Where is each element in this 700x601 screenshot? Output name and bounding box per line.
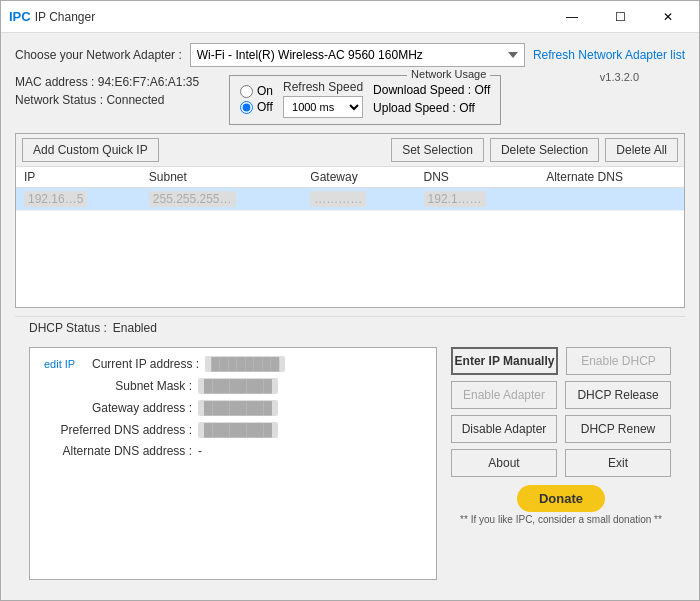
enter-ip-manually-button[interactable]: Enter IP Manually bbox=[451, 347, 558, 375]
dhcp-status-bar: DHCP Status : Enabled bbox=[15, 316, 685, 339]
add-custom-ip-button[interactable]: Add Custom Quick IP bbox=[22, 138, 159, 162]
ip-info-box: edit IP Current IP address : ████████ Su… bbox=[29, 347, 437, 580]
alt-dns-label: Alternate DNS address : bbox=[44, 444, 192, 458]
adapter-section: Choose your Network Adapter : Wi-Fi - In… bbox=[15, 43, 685, 67]
network-status-info: Network Status : Connected bbox=[15, 93, 215, 107]
download-speed: Download Speed : Off bbox=[373, 83, 490, 97]
network-status-value: Connected bbox=[106, 93, 164, 107]
mac-value: 94:E6:F7:A6:A1:35 bbox=[98, 75, 199, 89]
donate-button[interactable]: Donate bbox=[517, 485, 605, 512]
col-subnet: Subnet bbox=[141, 167, 303, 188]
cell-gateway: ………… bbox=[302, 188, 415, 211]
edit-ip-link[interactable]: edit IP bbox=[44, 358, 75, 370]
cell-subnet: 255.255.255… bbox=[141, 188, 303, 211]
action-row-1: Enter IP Manually Enable DHCP bbox=[451, 347, 671, 375]
set-selection-button[interactable]: Set Selection bbox=[391, 138, 484, 162]
cell-dns: 192.1…… bbox=[416, 188, 539, 211]
alt-dns-value: - bbox=[198, 444, 202, 458]
col-alt-dns: Alternate DNS bbox=[538, 167, 684, 188]
version-label: v1.3.2.0 bbox=[600, 71, 639, 83]
bottom-section: edit IP Current IP address : ████████ Su… bbox=[15, 347, 685, 590]
alt-dns-row: Alternate DNS address : - bbox=[44, 444, 422, 458]
close-button[interactable]: ✕ bbox=[645, 1, 691, 33]
upload-speed: Upload Speed : Off bbox=[373, 101, 490, 115]
gateway-row: Gateway address : ████████ bbox=[44, 400, 422, 416]
network-status-label: Network Status : bbox=[15, 93, 103, 107]
off-label: Off bbox=[257, 100, 273, 114]
mac-label: MAC address : bbox=[15, 75, 94, 89]
adapter-select[interactable]: Wi-Fi - Intel(R) Wireless-AC 9560 160MHz bbox=[190, 43, 525, 67]
current-ip-row: edit IP Current IP address : ████████ bbox=[44, 356, 422, 372]
dns-label: Preferred DNS address : bbox=[44, 423, 192, 437]
dns-row: Preferred DNS address : ████████ bbox=[44, 422, 422, 438]
action-row-2: Enable Adapter DHCP Release bbox=[451, 381, 671, 409]
on-off-radio: On Off bbox=[240, 84, 273, 114]
cell-alt-dns bbox=[538, 188, 684, 211]
exit-button[interactable]: Exit bbox=[565, 449, 671, 477]
about-button[interactable]: About bbox=[451, 449, 557, 477]
speed-values: Download Speed : Off Upload Speed : Off bbox=[373, 83, 490, 115]
action-buttons: Enter IP Manually Enable DHCP Enable Ada… bbox=[451, 347, 671, 580]
upload-label: Upload Speed : bbox=[373, 101, 456, 115]
donate-section: Donate ** If you like IPC, consider a sm… bbox=[451, 483, 671, 527]
donate-note: ** If you like IPC, consider a small don… bbox=[451, 514, 671, 525]
network-usage-legend: Network Usage bbox=[407, 68, 490, 80]
dhcp-status-value: Enabled bbox=[113, 321, 157, 335]
enable-dhcp-button[interactable]: Enable DHCP bbox=[566, 347, 671, 375]
current-ip-label: Current IP address : bbox=[79, 357, 199, 371]
upload-value: Off bbox=[459, 101, 475, 115]
col-ip: IP bbox=[16, 167, 141, 188]
gateway-label: Gateway address : bbox=[44, 401, 192, 415]
mac-status-section: MAC address : 94:E6:F7:A6:A1:35 Network … bbox=[15, 75, 215, 107]
download-label: Download Speed : bbox=[373, 83, 471, 97]
mac-info: MAC address : 94:E6:F7:A6:A1:35 bbox=[15, 75, 215, 89]
window-controls: — ☐ ✕ bbox=[549, 1, 691, 33]
disable-adapter-button[interactable]: Disable Adapter bbox=[451, 415, 557, 443]
refresh-speed-section: Refresh Speed 1000 ms 500 ms 250 ms bbox=[283, 80, 363, 118]
refresh-speed-label: Refresh Speed bbox=[283, 80, 363, 94]
ip-table: IP Subnet Gateway DNS Alternate DNS 192.… bbox=[16, 167, 684, 211]
table-rows: 192.16…5 255.255.255… ………… 192.1…… bbox=[16, 188, 684, 211]
subnet-label: Subnet Mask : bbox=[44, 379, 192, 393]
on-label: On bbox=[257, 84, 273, 98]
delete-all-button[interactable]: Delete All bbox=[605, 138, 678, 162]
maximize-button[interactable]: ☐ bbox=[597, 1, 643, 33]
table-toolbar: Add Custom Quick IP Set Selection Delete… bbox=[16, 134, 684, 167]
delete-selection-button[interactable]: Delete Selection bbox=[490, 138, 599, 162]
ip-table-section: Add Custom Quick IP Set Selection Delete… bbox=[15, 133, 685, 308]
dhcp-renew-button[interactable]: DHCP Renew bbox=[565, 415, 671, 443]
mac-usage-row: MAC address : 94:E6:F7:A6:A1:35 Network … bbox=[15, 75, 685, 125]
dns-value: ████████ bbox=[198, 422, 278, 438]
main-content: Choose your Network Adapter : Wi-Fi - In… bbox=[1, 33, 699, 600]
minimize-button[interactable]: — bbox=[549, 1, 595, 33]
cell-ip: 192.16…5 bbox=[16, 188, 141, 211]
enable-adapter-button[interactable]: Enable Adapter bbox=[451, 381, 557, 409]
refresh-adapter-link[interactable]: Refresh Network Adapter list bbox=[533, 48, 685, 62]
table-header: IP Subnet Gateway DNS Alternate DNS bbox=[16, 167, 684, 188]
table-body: IP Subnet Gateway DNS Alternate DNS 192.… bbox=[16, 167, 684, 307]
action-row-4: About Exit bbox=[451, 449, 671, 477]
speed-select[interactable]: 1000 ms 500 ms 250 ms bbox=[283, 96, 363, 118]
action-row-3: Disable Adapter DHCP Renew bbox=[451, 415, 671, 443]
window-title: IP Changer bbox=[35, 10, 549, 24]
radio-off[interactable]: Off bbox=[240, 100, 273, 114]
download-value: Off bbox=[475, 83, 491, 97]
adapter-label: Choose your Network Adapter : bbox=[15, 48, 182, 62]
network-usage-box: Network Usage On Off Refresh Speed bbox=[229, 75, 501, 125]
dhcp-release-button[interactable]: DHCP Release bbox=[565, 381, 671, 409]
gateway-value: ████████ bbox=[198, 400, 278, 416]
app-icon: IPC bbox=[9, 9, 31, 24]
subnet-value: ████████ bbox=[198, 378, 278, 394]
radio-on[interactable]: On bbox=[240, 84, 273, 98]
col-dns: DNS bbox=[416, 167, 539, 188]
main-window: IPC IP Changer — ☐ ✕ v1.3.2.0 Choose you… bbox=[0, 0, 700, 601]
subnet-row: Subnet Mask : ████████ bbox=[44, 378, 422, 394]
title-bar: IPC IP Changer — ☐ ✕ bbox=[1, 1, 699, 33]
usage-row: On Off Refresh Speed 1000 ms 500 ms 250 … bbox=[240, 80, 490, 118]
current-ip-value: ████████ bbox=[205, 356, 285, 372]
col-gateway: Gateway bbox=[302, 167, 415, 188]
table-row[interactable]: 192.16…5 255.255.255… ………… 192.1…… bbox=[16, 188, 684, 211]
dhcp-status-label: DHCP Status : bbox=[29, 321, 107, 335]
